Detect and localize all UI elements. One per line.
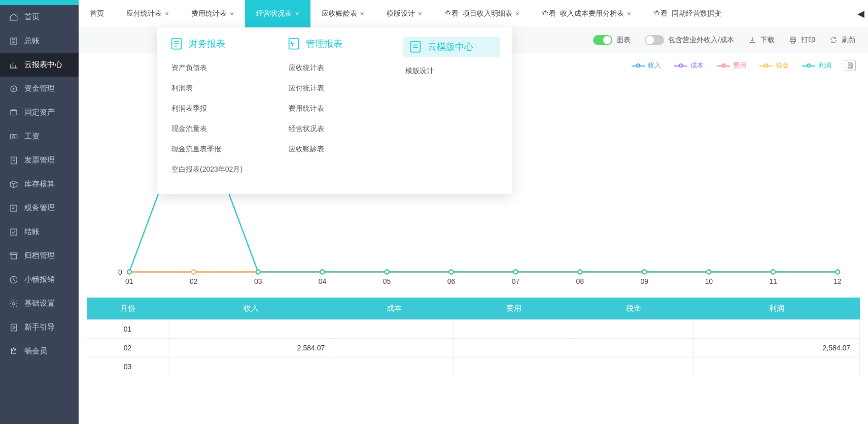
svg-point-4 [13,135,15,138]
chart-toggle-label: 图表 [616,36,631,45]
tab-label: 应收账龄表 [322,9,357,18]
refresh-label: 刷新 [842,36,856,45]
tab-经营状况表[interactable]: 经营状况表× [245,0,310,27]
mega-item[interactable]: 空白报表(2023年02月) [169,159,266,180]
mega-item[interactable]: 现金流量表 [169,119,266,139]
table-cell [693,320,859,339]
tab-应付统计表[interactable]: 应付统计表× [115,0,180,27]
mega-head-cloud[interactable]: 云模版中心 [403,37,500,57]
svg-rect-95 [411,42,421,52]
sidebar-item-guide[interactable]: 新手引导 [0,315,79,339]
tab-模版设计[interactable]: 模版设计× [375,0,433,27]
refresh-icon [829,36,838,44]
close-icon[interactable]: × [418,10,422,18]
table-cell [454,357,574,376]
mega-col-management: 管理报表 应收统计表应付统计表费用统计表经营状况表应收账龄表 [287,37,384,180]
tabs-scroll-left-icon[interactable]: ◀ [854,8,868,19]
sidebar-item-label: 云报表中心 [24,60,62,70]
close-icon[interactable]: × [295,10,299,18]
sidebar-item-tax[interactable]: 税务管理 [0,196,79,220]
svg-text:02: 02 [190,277,198,285]
ledger-icon [9,37,18,46]
manage-report-icon [287,37,301,51]
sidebar-item-stock[interactable]: 库存核算 [0,172,79,196]
brand-strip [0,0,79,5]
svg-text:12: 12 [834,277,842,285]
sidebar-item-label: 基础设置 [24,299,55,308]
mega-item[interactable]: 应收账龄表 [287,139,384,159]
svg-point-85 [385,270,389,274]
svg-point-87 [513,270,517,274]
download-button[interactable]: 下载 [748,36,775,45]
sidebar-item-home[interactable]: 首页 [0,5,79,29]
include-other-switch[interactable] [645,35,664,45]
print-button[interactable]: 打印 [789,36,815,45]
svg-rect-18 [849,66,852,68]
include-other-toggle[interactable]: 包含营业外收入/成本 [645,35,734,45]
sidebar-item-member[interactable]: 畅会员 [0,339,79,363]
sidebar-item-funds[interactable]: 资金管理 [0,77,79,101]
tab-首页[interactable]: 首页 [79,0,115,27]
sidebar-item-label: 固定资产 [24,108,55,117]
sidebar-item-salary[interactable]: 工资 [0,124,79,148]
invoice-icon [9,156,18,165]
mega-col-financial: 财务报表 资产负债表利润表利润表季报现金流量表现金流量表季报空白报表(2023年… [169,37,266,180]
mega-item[interactable]: 应付统计表 [287,78,384,99]
table-cell: 2,584.07 [693,339,859,357]
svg-text:08: 08 [576,277,584,285]
svg-point-91 [771,270,775,274]
sidebar-item-close[interactable]: 结账 [0,220,79,244]
tab-label: 查看_项目收入明细表 [444,9,512,18]
close-icon[interactable]: × [360,10,364,18]
sidebar-item-label: 资金管理 [24,84,55,93]
sidebar-item-archive[interactable]: 归档管理 [0,244,79,268]
mega-item[interactable]: 利润表 [169,78,266,99]
svg-rect-14 [791,37,795,39]
sidebar-item-ledger[interactable]: 总账 [0,29,79,53]
sidebar-item-invoice[interactable]: 发票管理 [0,148,79,172]
svg-text:01: 01 [125,277,133,285]
expense-icon [9,275,18,284]
legend-item-income[interactable]: 收入 [632,61,661,70]
mega-item[interactable]: 应收统计表 [287,58,384,78]
sidebar-item-settings[interactable]: 基础设置 [0,291,79,315]
close-icon[interactable]: × [515,10,519,18]
sidebar-item-asset[interactable]: 固定资产 [0,101,79,124]
chart-toggle[interactable]: 图表 [593,35,631,45]
close-icon[interactable]: × [230,10,234,18]
tab-应收账龄表[interactable]: 应收账龄表× [310,0,375,27]
refresh-button[interactable]: 刷新 [829,36,856,45]
sidebar-item-label: 归档管理 [24,251,55,260]
mega-item[interactable]: 现金流量表季报 [169,139,266,159]
table-header: 月份 [87,298,168,320]
tab-查看_项目收入明细表[interactable]: 查看_项目收入明细表× [433,0,531,27]
close-icon[interactable]: × [165,10,169,18]
data-table-wrap: 月份收入成本费用税金利润 01022,584.072,584.0703 [79,298,868,386]
legend-item-expense[interactable]: 费用 [717,61,746,70]
close-icon [9,227,18,237]
mega-item[interactable]: 经营状况表 [287,119,384,139]
legend-item-cost[interactable]: 成本 [674,61,704,70]
chart-save-icon[interactable] [845,60,856,71]
legend-item-tax[interactable]: 税金 [759,61,789,70]
legend-item-profit[interactable]: 利润 [802,61,831,70]
mega-item[interactable]: 利润表季报 [169,99,266,119]
mega-item[interactable]: 费用统计表 [287,99,384,119]
tab-查看_收入成本费用分析表[interactable]: 查看_收入成本费用分析表× [531,0,642,27]
mega-item[interactable]: 资产负债表 [169,58,266,78]
close-icon[interactable]: × [627,10,631,18]
tab-查看_同期经营数据变[interactable]: 查看_同期经营数据变 [642,0,733,27]
tab-费用统计表[interactable]: 费用统计表× [180,0,245,27]
table-header: 利润 [693,298,859,320]
table-cell [334,357,454,376]
chart-toggle-switch[interactable] [593,35,612,45]
tab-label: 查看_同期经营数据变 [653,9,721,18]
sidebar-item-label: 工资 [24,132,40,141]
member-icon [9,347,18,356]
svg-point-88 [578,270,582,274]
table-cell [334,320,454,339]
sidebar-item-expense[interactable]: 小畅报销 [0,268,79,291]
table-cell [454,320,574,339]
mega-item[interactable]: 模版设计 [403,61,500,81]
sidebar-item-chart[interactable]: 云报表中心 [0,53,79,77]
